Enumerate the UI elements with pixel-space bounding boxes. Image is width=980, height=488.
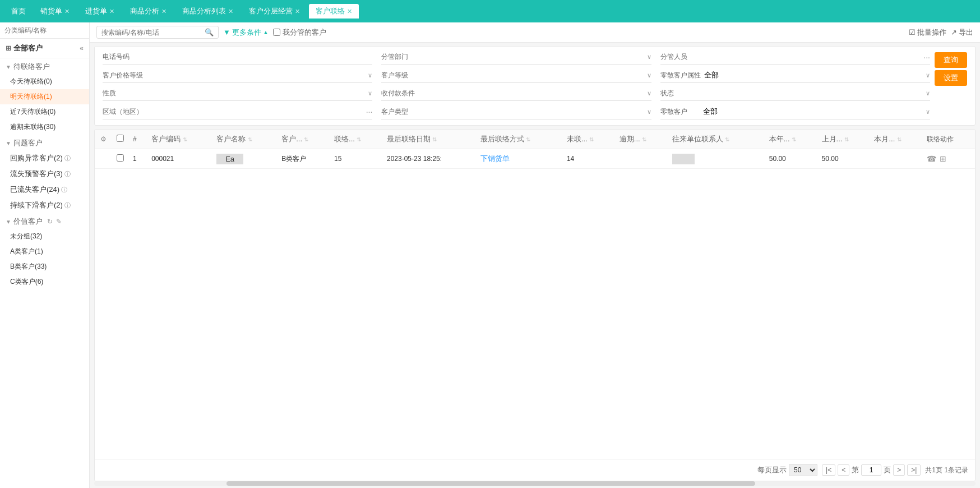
close-sales-order-icon[interactable]: ✕ xyxy=(64,8,70,15)
group-arrow-pending: ▼ xyxy=(6,64,11,70)
export-icon: ↗ xyxy=(951,28,957,36)
sidebar-all-customers[interactable]: ⊞ 全部客户 « xyxy=(0,39,89,58)
sidebar-item-a-class[interactable]: A类客户(1) xyxy=(0,244,89,259)
sidebar-collapse-icon[interactable]: « xyxy=(80,44,84,52)
th-last-contact-date[interactable]: 最后联络日期 ⇅ xyxy=(382,130,476,149)
next-page-button[interactable]: > xyxy=(893,464,905,476)
filter-payment-select[interactable]: ∨ xyxy=(424,90,651,97)
filter-phone: 电话号码 xyxy=(103,52,372,65)
page-size-area: 每页显示 50 100 200 xyxy=(757,464,817,476)
filter-price-level-select[interactable]: ∨ xyxy=(146,72,372,79)
page-size-select[interactable]: 50 100 200 xyxy=(789,464,817,476)
th-contact-person[interactable]: 往来单位联系人 ⇅ xyxy=(668,130,765,149)
filter-scattered-attr-select[interactable]: 全部 ∨ xyxy=(704,70,930,80)
td-contact-person xyxy=(668,149,765,169)
main-layout: 🔍 ⊞ 全部客户 « ▼ 待联络客户 今天待联络(0) 明天待联络(1) 近7天… xyxy=(0,22,980,488)
sidebar-item-overdue-contact[interactable]: 逾期未联络(30) xyxy=(0,119,89,135)
table-wrapper: ⚙ # 客户编码 ⇅ 客户名称 ⇅ xyxy=(95,130,975,459)
nav-purchase-order[interactable]: 进货单 ✕ xyxy=(78,4,121,19)
more-action-icon[interactable]: ⊞ xyxy=(940,154,946,163)
value-refresh-icon[interactable]: ↻ xyxy=(47,218,53,225)
close-customer-layered-icon[interactable]: ✕ xyxy=(295,8,300,15)
prev-page-button[interactable]: < xyxy=(838,464,849,476)
th-customer-type[interactable]: 客户... ⇅ xyxy=(277,130,330,149)
th-this-month[interactable]: 本月... ⇅ xyxy=(870,130,922,149)
filter-nature: 性质 ∨ xyxy=(103,89,372,101)
th-this-year[interactable]: 本年... ⇅ xyxy=(765,130,817,149)
filter-nature-select[interactable]: ∨ xyxy=(145,90,372,97)
filter-phone-input[interactable] xyxy=(145,53,372,61)
filter-price-level-chevron: ∨ xyxy=(368,72,372,79)
sidebar-item-b-class[interactable]: B类客户(33) xyxy=(0,259,89,274)
sidebar-item-tomorrow-contact[interactable]: 明天待联络(1) xyxy=(0,89,89,104)
toolbar: 🔍 ▼ 更多条件 ▲ 我分管的客户 ☑ 批量操作 ↗ 导出 xyxy=(90,22,980,43)
sidebar-item-repurchase-abnormal[interactable]: 回购异常客户(2) ⓘ xyxy=(0,150,89,166)
row-checkbox[interactable] xyxy=(117,154,124,162)
query-button[interactable]: 查询 xyxy=(935,52,967,68)
filter-scattered-select[interactable]: 全部 ∨ xyxy=(703,107,930,117)
th-not-contacted[interactable]: 未联... ⇅ xyxy=(562,130,615,149)
close-purchase-order-icon[interactable]: ✕ xyxy=(109,8,114,15)
nav-customer-contact[interactable]: 客户联络 ✕ xyxy=(309,4,359,19)
customer-table: ⚙ # 客户编码 ⇅ 客户名称 ⇅ xyxy=(95,130,975,169)
select-all-checkbox[interactable] xyxy=(117,135,124,142)
reset-button[interactable]: 设置 xyxy=(935,70,967,86)
more-filter-button[interactable]: ▼ 更多条件 ▲ xyxy=(223,27,269,38)
th-index: # xyxy=(128,130,147,149)
sidebar-group-value[interactable]: ▼ 价值客户 ↻ ✎ xyxy=(0,213,89,229)
sidebar-item-today-contact[interactable]: 今天待联络(0) xyxy=(0,74,89,89)
filter-dept-select[interactable]: ∨ xyxy=(424,53,651,61)
th-contact-count[interactable]: 联络... ⇅ xyxy=(330,130,382,149)
last-page-button[interactable]: >| xyxy=(907,464,921,476)
nav-product-analysis-list[interactable]: 商品分析列表 ✕ xyxy=(175,4,240,19)
filter-customer-level-select[interactable]: ∨ xyxy=(424,72,651,79)
filter-scattered: 零散客户 全部 ∨ xyxy=(660,107,930,119)
sidebar-item-ungrouped[interactable]: 未分组(32) xyxy=(0,229,89,244)
my-customer-checkbox[interactable] xyxy=(273,29,280,36)
sidebar-group-pending[interactable]: ▼ 待联络客户 xyxy=(0,58,89,74)
nav-home[interactable]: 首页 xyxy=(6,4,31,19)
export-button[interactable]: ↗ 导出 xyxy=(951,27,973,38)
td-code: 000021 xyxy=(147,149,212,169)
last-contact-method-link[interactable]: 下销货单 xyxy=(480,154,510,163)
filter-panel: 电话号码 分管部门 ∨ 分管人员 xyxy=(94,46,976,126)
th-last-month[interactable]: 上月... ⇅ xyxy=(817,130,870,149)
sidebar-group-problem[interactable]: ▼ 问题客户 xyxy=(0,135,89,150)
close-customer-contact-icon[interactable]: ✕ xyxy=(347,8,352,15)
th-customer-code[interactable]: 客户编码 ⇅ xyxy=(147,130,212,149)
th-customer-name[interactable]: 客户名称 ⇅ xyxy=(212,130,277,149)
filter-dept-label: 分管部门 xyxy=(381,52,420,62)
nav-sales-order[interactable]: 销货单 ✕ xyxy=(34,4,76,19)
value-edit-icon[interactable]: ✎ xyxy=(56,218,62,225)
page-number-input[interactable] xyxy=(861,464,881,476)
first-page-button[interactable]: |< xyxy=(822,464,835,476)
info-icon-0: ⓘ xyxy=(64,155,71,162)
contact-action-icon[interactable]: ☎ xyxy=(927,154,936,163)
filter-scattered-attr-label: 零散客户属性 xyxy=(660,71,701,80)
th-last-contact-method[interactable]: 最后联络方式 ⇅ xyxy=(476,130,562,149)
toolbar-search-icon[interactable]: 🔍 xyxy=(205,28,214,36)
close-product-analysis-list-icon[interactable]: ✕ xyxy=(228,8,233,15)
nav-product-analysis[interactable]: 商品分析 ✕ xyxy=(123,4,173,19)
filter-customer-type-select[interactable]: ∨ xyxy=(424,108,651,116)
sidebar-item-c-class[interactable]: C类客户(6) xyxy=(0,274,89,289)
close-product-analysis-icon[interactable]: ✕ xyxy=(161,8,167,15)
horizontal-scrollbar[interactable] xyxy=(94,481,976,486)
bulk-action-button[interactable]: ☑ 批量操作 xyxy=(909,27,946,38)
toolbar-search-input[interactable] xyxy=(101,29,202,36)
sidebar-item-7days-contact[interactable]: 近7天待联络(0) xyxy=(0,104,89,119)
filter-manager-label: 分管人员 xyxy=(660,52,700,62)
content-area: 🔍 ▼ 更多条件 ▲ 我分管的客户 ☑ 批量操作 ↗ 导出 xyxy=(90,22,980,488)
th-overdue[interactable]: 逾期... ⇅ xyxy=(615,130,668,149)
th-settings[interactable]: ⚙ xyxy=(95,130,112,149)
filter-status-select[interactable]: ∨ xyxy=(703,90,930,97)
filter-region-dots[interactable]: ··· xyxy=(366,107,373,116)
nav-customer-layered[interactable]: 客户分层经营 ✕ xyxy=(242,4,307,19)
pagination: 每页显示 50 100 200 |< < 第 页 > >| 共1页 1条 xyxy=(95,459,975,481)
sidebar-search-input[interactable] xyxy=(4,26,89,34)
sidebar-item-churn-warning[interactable]: 流失预警客户(3) ⓘ xyxy=(0,166,89,182)
td-checkbox xyxy=(112,149,128,169)
sidebar-item-declining[interactable]: 持续下滑客户(2) ⓘ xyxy=(0,197,89,213)
sidebar-item-churned[interactable]: 已流失客户(24) ⓘ xyxy=(0,182,89,197)
filter-manager-dots[interactable]: ··· xyxy=(923,53,930,62)
